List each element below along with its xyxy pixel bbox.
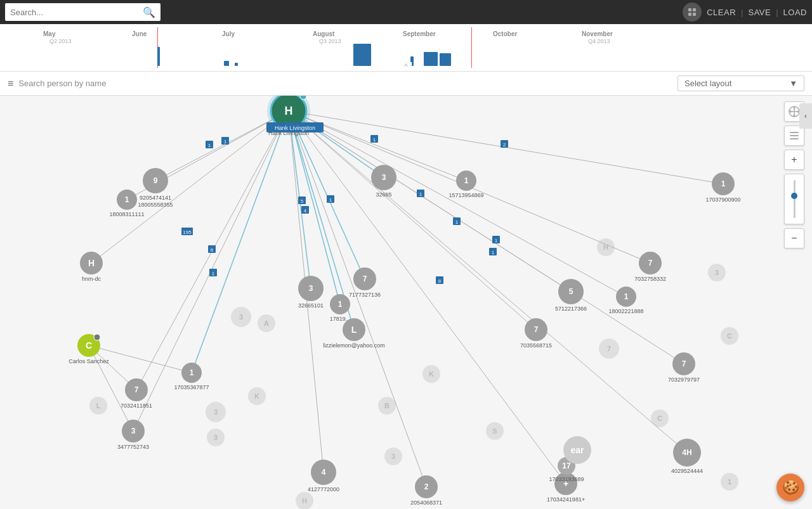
svg-text:1: 1	[190, 368, 194, 377]
svg-text:4H: 4H	[682, 448, 691, 457]
node-n7c[interactable]: 77032758332	[634, 252, 666, 282]
zoom-in-button[interactable]: +	[784, 150, 804, 170]
svg-text:1: 1	[495, 238, 498, 243]
svg-text:K: K	[254, 392, 259, 400]
node-n1f[interactable]: 117035367877	[174, 363, 209, 390]
svg-text:ear: ear	[570, 445, 584, 455]
node-liz[interactable]: Llizzielemon@yahoo.com	[323, 318, 385, 349]
svg-text:3: 3	[382, 173, 386, 182]
zoom-slider[interactable]	[784, 174, 804, 224]
svg-point-131	[94, 334, 100, 340]
node-n7d[interactable]: 77032411851	[121, 378, 152, 409]
node-n3a[interactable]: 332665	[371, 165, 396, 198]
svg-text:C: C	[657, 415, 662, 422]
svg-text:5: 5	[569, 287, 573, 296]
svg-text:1: 1	[455, 219, 459, 225]
layout-select[interactable]: Select layout ▼	[678, 75, 804, 91]
svg-text:7177327136: 7177327136	[349, 292, 381, 298]
svg-text:3: 3	[214, 408, 218, 416]
clear-button[interactable]: CLEAR	[707, 8, 736, 17]
svg-text:H: H	[88, 258, 95, 268]
cookie-button[interactable]: 🍪	[776, 474, 804, 501]
node-hH[interactable]: Hhnm-dc	[80, 252, 103, 282]
svg-text:C: C	[86, 340, 92, 351]
node-n3c[interactable]: 33477752743	[117, 420, 149, 450]
svg-text:3: 3	[391, 453, 395, 460]
node-n1c[interactable]: 117037900900	[705, 172, 740, 203]
svg-text:7032758332: 7032758332	[634, 276, 666, 282]
timeline-collapse-button[interactable]: ^	[400, 62, 412, 71]
svg-text:17037900900: 17037900900	[705, 197, 740, 203]
svg-text:1: 1	[721, 179, 726, 188]
svg-text:7032979797: 7032979797	[668, 377, 700, 383]
search-icon: 🔍	[143, 6, 155, 18]
svg-text:3477752743: 3477752743	[117, 444, 149, 450]
load-button[interactable]: LOAD	[783, 8, 807, 17]
svg-text:A: A	[264, 319, 269, 327]
svg-text:3: 3	[309, 284, 313, 293]
svg-text:7: 7	[648, 259, 653, 267]
save-button[interactable]: SAVE	[748, 8, 771, 17]
svg-text:1: 1	[419, 191, 422, 197]
svg-text:1: 1	[125, 195, 129, 204]
svg-text:4127772000: 4127772000	[308, 486, 339, 493]
zoom-out-button[interactable]: −	[784, 228, 804, 248]
svg-rect-0	[688, 8, 691, 11]
hamburger-icon: ≡	[8, 78, 13, 89]
svg-point-96	[300, 96, 306, 100]
svg-text:32665: 32665	[376, 191, 391, 198]
svg-text:7: 7	[607, 345, 611, 352]
node-n1e[interactable]: 118002221888	[608, 287, 643, 314]
layout-select-label: Select layout	[684, 79, 731, 88]
svg-rect-184	[790, 135, 799, 136]
svg-text:1: 1	[212, 271, 215, 276]
svg-line-58	[289, 111, 687, 453]
svg-text:1: 1	[329, 197, 332, 203]
svg-line-48	[289, 111, 536, 330]
svg-text:18008311111: 18008311111	[109, 211, 144, 217]
svg-text:3: 3	[214, 434, 218, 441]
svg-text:Carlos Sanchez: Carlos Sanchez	[69, 358, 109, 364]
node-n7b[interactable]: 77035568715	[520, 318, 552, 349]
svg-text:15713954869: 15713954869	[449, 192, 483, 198]
node-n5[interactable]: 55712217366	[555, 279, 587, 312]
svg-rect-1	[693, 8, 696, 11]
node-n7a[interactable]: 77177327136	[349, 267, 381, 298]
svg-text:L: L	[351, 325, 357, 335]
svg-text:1: 1	[624, 292, 629, 301]
svg-text:17035367877: 17035367877	[174, 384, 209, 390]
svg-text:18002221888: 18002221888	[608, 308, 643, 314]
svg-text:1: 1	[224, 139, 227, 145]
svg-text:9205474141: 9205474141	[140, 195, 171, 201]
person-search-label: Search person by name	[18, 79, 106, 88]
timeline: MayQ2 2013JuneJulyAugustQ3 2013September…	[0, 24, 812, 72]
svg-text:17034241981+: 17034241981+	[547, 496, 585, 503]
svg-text:6: 6	[211, 247, 214, 253]
collapse-panel-button[interactable]: ‹	[799, 103, 812, 129]
node-n4[interactable]: 44127772000	[308, 460, 339, 493]
node-n2[interactable]: 22054068371	[410, 475, 442, 506]
graph-svg: 7K3HL1C3SC3HB3KA3 11121956154111811HHank…	[0, 96, 812, 509]
svg-text:Hank Livingston: Hank Livingston	[275, 125, 315, 131]
svg-line-59	[289, 111, 566, 484]
node-n4H[interactable]: 4H4029524444	[671, 439, 703, 474]
toolbar-icon-button[interactable]	[683, 3, 702, 22]
svg-text:2: 2	[424, 482, 429, 491]
svg-text:H: H	[285, 105, 293, 117]
node-n1d[interactable]: 117819...	[330, 294, 351, 322]
svg-text:5: 5	[301, 198, 304, 204]
node-n3b[interactable]: 332665101	[298, 276, 324, 309]
node-ear[interactable]: ear	[563, 436, 591, 464]
person-search[interactable]: ≡ Search person by name	[8, 78, 106, 89]
svg-rect-3	[693, 13, 696, 16]
search-box[interactable]: 🔍	[5, 3, 160, 21]
cookie-icon: 🍪	[782, 479, 799, 496]
svg-text:K: K	[429, 370, 434, 378]
svg-text:4: 4	[304, 208, 307, 214]
svg-text:1: 1	[464, 176, 469, 185]
toolbar-right: CLEAR | SAVE | LOAD	[683, 3, 807, 22]
svg-text:32665101: 32665101	[298, 302, 324, 309]
svg-text:4: 4	[322, 468, 326, 477]
node-n1b[interactable]: 115713954869	[449, 171, 483, 198]
search-input[interactable]	[10, 8, 143, 17]
